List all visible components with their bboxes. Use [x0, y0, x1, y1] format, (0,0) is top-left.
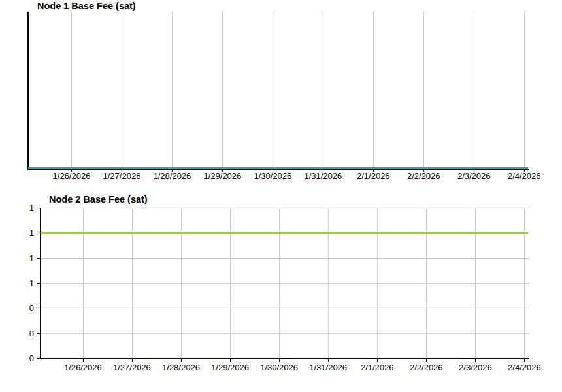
x-tick-label: 1/26/2026	[64, 363, 102, 372]
series-line-node1-base-fee	[28, 167, 528, 169]
x-axis	[27, 169, 529, 170]
h-gridline	[41, 208, 529, 208]
v-gridline	[273, 12, 273, 169]
v-gridline	[122, 12, 122, 169]
node1-chart-title: Node 1 Base Fee (sat)	[37, 1, 136, 11]
y-tick-label: 0	[26, 303, 34, 313]
x-tick-label: 1/27/2026	[103, 171, 141, 181]
v-gridline	[423, 12, 424, 169]
h-gridline	[41, 333, 529, 334]
h-gridline	[41, 258, 529, 259]
y-tick-label: 0	[26, 328, 34, 338]
x-tick-label: 1/28/2026	[162, 363, 200, 372]
x-tick-label: 1/29/2026	[211, 363, 249, 372]
node2-chart-title: Node 2 Base Fee (sat)	[49, 194, 148, 204]
x-axis	[40, 358, 529, 359]
x-tick-label: 1/28/2026	[154, 171, 191, 181]
y-tick-label: 1	[26, 228, 34, 238]
x-tick-label: 1/30/2026	[260, 363, 298, 372]
v-gridline	[373, 12, 374, 169]
series-line-node2-base-fee	[41, 232, 528, 234]
y-tick-label: 0	[26, 353, 34, 363]
v-gridline	[222, 12, 223, 169]
x-tick-label: 2/1/2026	[361, 363, 394, 372]
y-axis	[27, 12, 29, 169]
x-tick-label: 2/4/2026	[508, 171, 541, 181]
x-tick-label: 2/1/2026	[357, 171, 390, 181]
y-axis	[40, 208, 41, 359]
v-gridline	[71, 12, 72, 169]
x-tick-label: 2/2/2026	[407, 171, 440, 181]
y-tick-label: 1	[26, 278, 34, 288]
x-tick-label: 2/3/2026	[457, 171, 491, 181]
x-tick-label: 1/29/2026	[203, 171, 241, 181]
x-tick-label: 2/3/2026	[459, 363, 492, 372]
v-gridline	[524, 12, 525, 169]
y-tick-label: 1	[26, 253, 34, 263]
v-gridline	[172, 12, 173, 169]
charts-panel: Node 1 Base Fee (sat) 1/26/20261/27/2026…	[0, 0, 562, 392]
x-tick-label: 1/27/2026	[113, 363, 151, 372]
v-gridline	[323, 12, 323, 169]
h-gridline	[41, 308, 529, 308]
x-tick-label: 1/31/2026	[309, 363, 347, 372]
v-gridline	[474, 12, 474, 169]
x-tick-label: 2/2/2026	[410, 363, 443, 372]
x-tick-label: 2/4/2026	[508, 363, 541, 372]
h-gridline	[41, 283, 529, 284]
x-tick-label: 1/30/2026	[254, 171, 291, 181]
x-tick-label: 1/31/2026	[304, 171, 342, 181]
y-tick-label: 1	[26, 203, 34, 213]
x-tick-label: 1/26/2026	[53, 171, 91, 181]
